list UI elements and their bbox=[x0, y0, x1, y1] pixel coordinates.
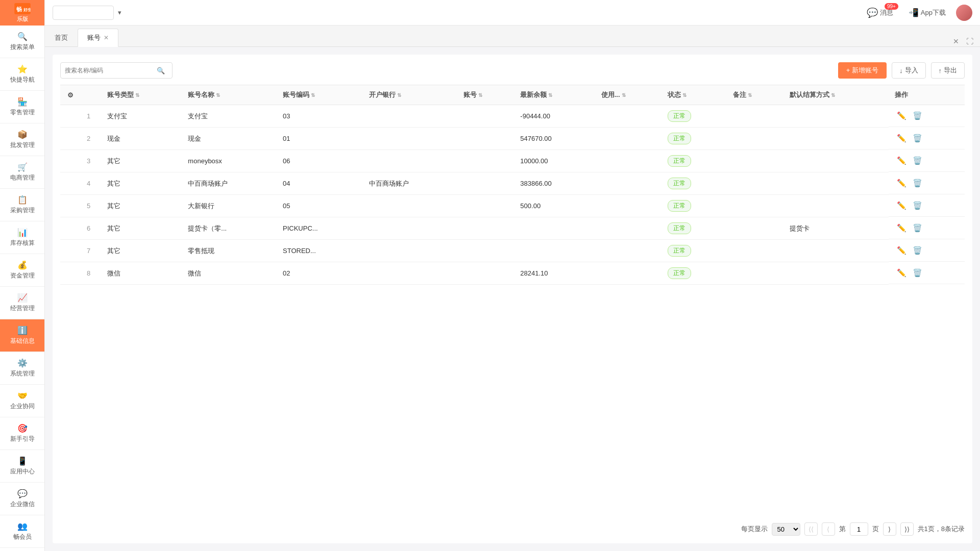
sidebar-item-ops-mgmt[interactable]: 📈 经营管理 bbox=[0, 287, 44, 319]
sidebar-item-capital-mgmt[interactable]: 💰 资金管理 bbox=[0, 254, 44, 287]
row-edit-btn[interactable]: ✏️ bbox=[895, 133, 909, 144]
sidebar-item-search-menu[interactable]: 🔍 搜索菜单 bbox=[0, 26, 44, 58]
row-edit-btn[interactable]: ✏️ bbox=[895, 155, 909, 166]
row-usage bbox=[595, 240, 662, 262]
row-actions: ✏️ 🗑️ bbox=[889, 150, 965, 172]
row-account bbox=[457, 128, 514, 150]
col-balance[interactable]: 最新余额⇅ bbox=[514, 85, 595, 105]
tab-home[interactable]: 首页 bbox=[45, 28, 78, 46]
sidebar-item-enterprise-wechat[interactable]: 💬 企业微信 bbox=[0, 483, 44, 515]
export-button[interactable]: ↑ 导出 bbox=[931, 62, 965, 79]
member-icon: 👥 bbox=[3, 521, 42, 531]
row-edit-btn[interactable]: ✏️ bbox=[895, 110, 909, 121]
svg-text:畅: 畅 bbox=[16, 6, 22, 12]
table-row: 5 其它 大新银行 05 500.00 正常 ✏️ 🗑️ bbox=[60, 195, 965, 217]
sidebar-item-retail-mgmt[interactable]: 🏪 零售管理 bbox=[0, 91, 44, 123]
row-actions: ✏️ 🗑️ bbox=[889, 105, 965, 127]
sidebar-item-purchase-mgmt[interactable]: 📋 采购管理 bbox=[0, 189, 44, 221]
row-edit-btn[interactable]: ✏️ bbox=[895, 178, 909, 189]
row-settings-cell bbox=[60, 128, 81, 150]
page-prev-btn[interactable]: ⟨ bbox=[822, 522, 835, 536]
sidebar-item-system-mgmt[interactable]: ⚙️ 系统管理 bbox=[0, 352, 44, 385]
app-download-icon: 📲 bbox=[909, 8, 919, 17]
add-account-button[interactable]: + 新增账号 bbox=[838, 62, 887, 79]
row-edit-btn[interactable]: ✏️ bbox=[895, 222, 909, 234]
row-name: 零售抵现 bbox=[182, 240, 277, 262]
row-delete-btn[interactable]: 🗑️ bbox=[911, 245, 924, 256]
col-default-settlement[interactable]: 默认结算方式⇅ bbox=[783, 85, 889, 105]
sidebar-item-inventory[interactable]: 📊 库存核算 bbox=[0, 221, 44, 254]
col-remark[interactable]: 备注⇅ bbox=[727, 85, 783, 105]
row-default-settlement bbox=[783, 262, 889, 285]
sidebar-item-wholesale-mgmt[interactable]: 📦 批发管理 bbox=[0, 123, 44, 156]
col-usage[interactable]: 使用...⇅ bbox=[595, 85, 662, 105]
sidebar-item-app-center[interactable]: 📱 应用中心 bbox=[0, 450, 44, 483]
accounts-table: ⚙ 账号类型⇅ 账号名称⇅ 账号编码⇅ 开户银行⇅ 账号⇅ 最新余额⇅ 使用..… bbox=[60, 85, 965, 285]
search-icon[interactable]: 🔍 bbox=[157, 67, 165, 74]
page-label: 页 bbox=[872, 524, 879, 534]
row-delete-btn[interactable]: 🗑️ bbox=[911, 200, 924, 211]
tab-account-close[interactable]: ✕ bbox=[104, 35, 109, 41]
avatar[interactable] bbox=[956, 5, 972, 21]
table-row: 3 其它 moneybosx 06 10000.00 正常 ✏️ 🗑️ bbox=[60, 150, 965, 172]
row-balance bbox=[514, 217, 595, 240]
sidebar-item-ecom-mgmt[interactable]: 🛒 电商管理 bbox=[0, 156, 44, 189]
topbar-search-input[interactable] bbox=[53, 6, 114, 20]
row-delete-btn[interactable]: 🗑️ bbox=[911, 133, 924, 144]
row-bank bbox=[363, 128, 458, 150]
row-balance: 500.00 bbox=[514, 195, 595, 217]
col-account[interactable]: 账号⇅ bbox=[457, 85, 514, 105]
col-action: 操作 bbox=[889, 85, 965, 105]
pagination: 每页显示 50 10 20 100 ⟨⟨ ⟨ 第 页 ⟩ ⟩⟩ 共1页，8条记录 bbox=[60, 516, 965, 536]
page-last-btn[interactable]: ⟩⟩ bbox=[900, 522, 914, 536]
topbar-dropdown-icon[interactable]: ▾ bbox=[118, 9, 121, 16]
sidebar-item-beginner-guide[interactable]: 🎯 新手引导 bbox=[0, 417, 44, 450]
window-close-btn[interactable]: ✕ bbox=[950, 36, 962, 46]
row-status: 正常 bbox=[662, 128, 726, 150]
tab-bar: 首页 账号 ✕ ✕ ⛶ bbox=[45, 26, 980, 47]
row-delete-btn[interactable]: 🗑️ bbox=[911, 155, 924, 166]
col-settings[interactable]: ⚙ bbox=[60, 85, 81, 105]
row-delete-btn[interactable]: 🗑️ bbox=[911, 267, 924, 279]
window-maximize-btn[interactable]: ⛶ bbox=[964, 36, 976, 46]
row-edit-btn[interactable]: ✏️ bbox=[895, 200, 909, 211]
row-status: 正常 bbox=[662, 105, 726, 128]
row-status: 正常 bbox=[662, 150, 726, 172]
row-num: 1 bbox=[81, 105, 101, 128]
message-button[interactable]: 💬 消息 99+ bbox=[867, 7, 893, 18]
col-code[interactable]: 账号编码⇅ bbox=[277, 85, 363, 105]
row-actions: ✏️ 🗑️ bbox=[889, 262, 965, 284]
page-first-btn[interactable]: ⟨⟨ bbox=[804, 522, 818, 536]
row-settings-cell bbox=[60, 262, 81, 285]
sidebar-item-quick-nav[interactable]: ⭐ 快捷导航 bbox=[0, 58, 44, 91]
sidebar-item-basic-info[interactable]: ℹ️ 基础信息 bbox=[0, 319, 44, 352]
row-remark bbox=[727, 105, 783, 128]
sidebar-item-member[interactable]: 👥 畅会员 bbox=[0, 515, 44, 548]
app-subtitle: 乐版 bbox=[17, 15, 28, 23]
col-name[interactable]: 账号名称⇅ bbox=[182, 85, 277, 105]
tab-account[interactable]: 账号 ✕ bbox=[78, 29, 118, 47]
sidebar-item-enterprise-agreement[interactable]: 🤝 企业协同 bbox=[0, 385, 44, 417]
row-remark bbox=[727, 195, 783, 217]
row-delete-btn[interactable]: 🗑️ bbox=[911, 178, 924, 189]
search-box[interactable]: 🔍 bbox=[60, 62, 173, 79]
page-size-select[interactable]: 50 10 20 100 bbox=[772, 523, 800, 536]
table-row: 4 其它 中百商场账户 04 中百商场账户 383866.00 正常 ✏️ 🗑️ bbox=[60, 172, 965, 195]
row-delete-btn[interactable]: 🗑️ bbox=[911, 222, 924, 234]
main-card: 🔍 + 新增账号 ↓ 导入 ↑ 导出 bbox=[53, 55, 972, 543]
content-area: 🔍 + 新增账号 ↓ 导入 ↑ 导出 bbox=[45, 47, 980, 551]
search-input[interactable] bbox=[65, 67, 157, 74]
page-input[interactable] bbox=[850, 522, 868, 536]
page-next-btn[interactable]: ⟩ bbox=[883, 522, 896, 536]
col-type[interactable]: 账号类型⇅ bbox=[101, 85, 182, 105]
row-delete-btn[interactable]: 🗑️ bbox=[911, 110, 924, 121]
app-download-button[interactable]: 📲 App下载 bbox=[909, 8, 946, 17]
col-bank[interactable]: 开户银行⇅ bbox=[363, 85, 458, 105]
sidebar-item-enterprise-label: 企业协同 bbox=[3, 402, 42, 411]
sidebar-item-ops-label: 经营管理 bbox=[3, 304, 42, 313]
row-edit-btn[interactable]: ✏️ bbox=[895, 267, 909, 279]
col-status[interactable]: 状态⇅ bbox=[662, 85, 726, 105]
row-status: 正常 bbox=[662, 240, 726, 262]
import-button[interactable]: ↓ 导入 bbox=[892, 62, 926, 79]
row-edit-btn[interactable]: ✏️ bbox=[895, 245, 909, 256]
